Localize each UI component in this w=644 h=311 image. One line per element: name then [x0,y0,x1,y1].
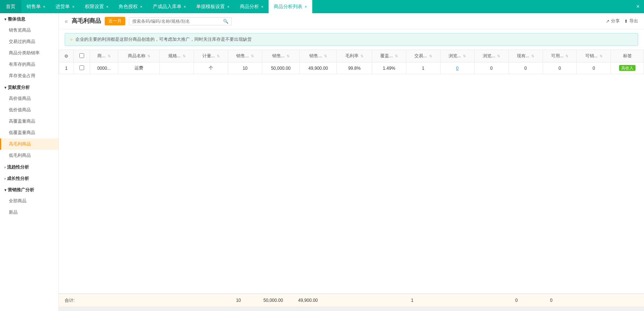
export-button[interactable]: ⬆ 导出 [624,18,638,24]
cell-checkbox[interactable] [74,62,90,74]
nav-item-product-analysis-list[interactable]: 商品分析列表 × [269,0,312,13]
horizontal-scrollbar[interactable] [59,307,644,311]
total-cell-current: 0 [499,298,534,303]
nav-label-finished-goods: 产成品入库单 [153,3,181,10]
nav-item-product-analysis[interactable]: 商品分析 × [235,0,269,13]
chevron-down-icon-marketing: ▾ [4,188,6,192]
search-input[interactable] [132,19,223,24]
sidebar-group-contribution[interactable]: ▾ 贡献度分析 [0,82,58,93]
sort-icon-unit: ⇅ [217,54,220,58]
sort-icon-coverage: ⇅ [395,54,398,58]
cell-name: 运费 [118,62,160,74]
table-row[interactable]: 1 0000... 运费 个 10 50,000.00 49,900.00 99… [59,62,644,74]
export-icon: ⬆ [624,19,628,24]
share-label: 分享 [611,18,620,24]
nav-item-doc-template[interactable]: 单据模板设置 × [191,0,234,13]
col-checkbox[interactable] [74,50,90,62]
sidebar-item-low-coverage[interactable]: 低覆盖量商品 [0,127,58,138]
col-settings[interactable]: ⚙ [59,50,74,62]
col-browse1[interactable]: 浏览... ⇅ [440,50,474,62]
total-cell-empty4 [186,298,221,303]
col-current[interactable]: 现有... ⇅ [508,50,543,62]
col-sellable[interactable]: 可销... ⇅ [577,50,611,62]
top-nav: 首页 销售单 × 进货单 × 权限设置 × 角色授权 × 产成品入库单 × 单据… [0,0,644,13]
sidebar-group-marketing[interactable]: ▾ 营销推广分析 [0,184,58,195]
col-name[interactable]: 商品名称 ⇅ [118,50,160,62]
sidebar-group-growth[interactable]: › 成长性分析 [0,173,58,184]
nav-label-role-auth: 角色授权 [119,3,138,10]
close-icon-sales-order[interactable]: × [43,4,45,9]
col-sales3[interactable]: 销售... ⇅ [299,50,337,62]
nav-item-role-auth[interactable]: 角色授权 × [114,0,147,13]
close-icon-product-analysis[interactable]: × [261,4,263,9]
col-margin-rate[interactable]: 毛利率 ⇅ [337,50,372,62]
col-tag[interactable]: 标签 [611,50,644,62]
cell-index: 1 [59,62,74,74]
sidebar-item-in-stock[interactable]: 有库存的商品 [0,59,58,70]
close-icon-permission-settings[interactable]: × [106,4,108,9]
sidebar-item-high-value[interactable]: 高价值商品 [0,93,58,104]
cell-browse1[interactable]: 0 [440,62,474,74]
col-browse2[interactable]: 浏览... ⇅ [474,50,508,62]
info-banner-text: 企业的主要的利润都是这部分商品创造的，可考虑加大推广，同时关注库存是不要出现缺货 [75,36,252,43]
header-actions: ↗ 分享 ⬆ 导出 [606,18,638,24]
browse1-link[interactable]: 0 [456,66,458,71]
close-icon-purchase-order[interactable]: × [72,4,74,9]
export-label: 导出 [629,18,638,24]
close-icon-product-analysis-list[interactable]: × [305,4,307,9]
search-icon[interactable]: 🔍 [223,19,229,24]
nav-label-product-analysis-list: 商品分析列表 [274,3,302,10]
total-cell-empty9 [569,298,604,303]
sidebar-item-low-margin[interactable]: 低毛利商品 [0,150,58,161]
col-sales1[interactable]: 销售... ⇅ [228,50,262,62]
total-values: 10 50,000.00 49,900.00 1 0 0 [82,298,638,303]
sidebar: ▾ 整体信息 销售览商品 交易过的商品 商品分类助销率 有库存的商品 库存资金占… [0,13,59,311]
col-unit[interactable]: 计量... ⇅ [194,50,228,62]
sidebar-item-category-sales-rate[interactable]: 商品分类助销率 [0,47,58,59]
sidebar-group-marketing-label: 营销推广分析 [8,187,34,193]
time-filter-button[interactable]: 近一月 [105,17,125,25]
total-cell-empty7 [429,298,464,303]
col-code[interactable]: 商... ⇅ [90,50,118,62]
cell-sales3: 49,900.00 [299,62,337,74]
close-icon-doc-template[interactable]: × [227,4,229,9]
collapse-sidebar-button[interactable]: « [65,18,68,25]
nav-item-home[interactable]: 首页 [0,0,21,13]
sort-icon-code: ⇅ [108,54,111,58]
nav-label-purchase-order: 进货单 [55,3,70,10]
row-checkbox[interactable] [79,65,84,70]
nav-item-purchase-order[interactable]: 进货单 × [50,0,79,13]
nav-item-finished-goods[interactable]: 产成品入库单 × [148,0,191,13]
cell-tag: 高收入 [611,62,644,74]
cell-available: 0 [543,62,577,74]
sidebar-item-new-goods[interactable]: 新品 [0,207,58,218]
col-available[interactable]: 可用... ⇅ [543,50,577,62]
sort-icon-sellable: ⇅ [600,54,602,58]
table-container: ⚙ 商... ⇅ 商品名称 ⇅ 规格... ⇅ 计量... ⇅ 销售... ⇅ … [59,50,644,293]
col-coverage[interactable]: 覆盖... ⇅ [372,50,406,62]
sidebar-item-sales-overview[interactable]: 销售览商品 [0,25,58,36]
nav-item-permission-settings[interactable]: 权限设置 × [80,0,114,13]
sidebar-item-inventory-capital[interactable]: 库存资金占用 [0,70,58,82]
sidebar-item-high-coverage[interactable]: 高覆盖量商品 [0,116,58,127]
sidebar-group-overall[interactable]: ▾ 整体信息 [0,13,58,25]
sidebar-item-high-margin[interactable]: 高毛利商品 [0,138,58,150]
col-sales2[interactable]: 销售... ⇅ [262,50,300,62]
share-button[interactable]: ↗ 分享 [606,18,620,24]
content-area: « 高毛利商品 近一月 🔍 ↗ 分享 ⬆ 导出 ✧ 企业的主要的利润都是这部 [59,13,644,311]
select-all-checkbox[interactable] [79,53,84,58]
data-table: ⚙ 商... ⇅ 商品名称 ⇅ 规格... ⇅ 计量... ⇅ 销售... ⇅ … [59,50,644,74]
sidebar-group-trend[interactable]: › 流趋性分析 [0,161,58,173]
sidebar-item-traded-goods[interactable]: 交易过的商品 [0,36,58,47]
cell-sellable: 0 [577,62,611,74]
sort-icon-spec: ⇅ [183,54,186,58]
close-icon-finished-goods[interactable]: × [184,4,186,9]
col-spec[interactable]: 规格... ⇅ [160,50,194,62]
close-all-tabs-button[interactable]: × [632,3,644,10]
total-cell-sales3: 49,900.00 [291,298,325,303]
sidebar-item-all-goods[interactable]: 全部商品 [0,195,58,207]
close-icon-role-auth[interactable]: × [140,4,142,9]
col-trade[interactable]: 交易... ⇅ [406,50,440,62]
nav-item-sales-order[interactable]: 销售单 × [21,0,50,13]
sidebar-item-low-value[interactable]: 低价值商品 [0,104,58,116]
